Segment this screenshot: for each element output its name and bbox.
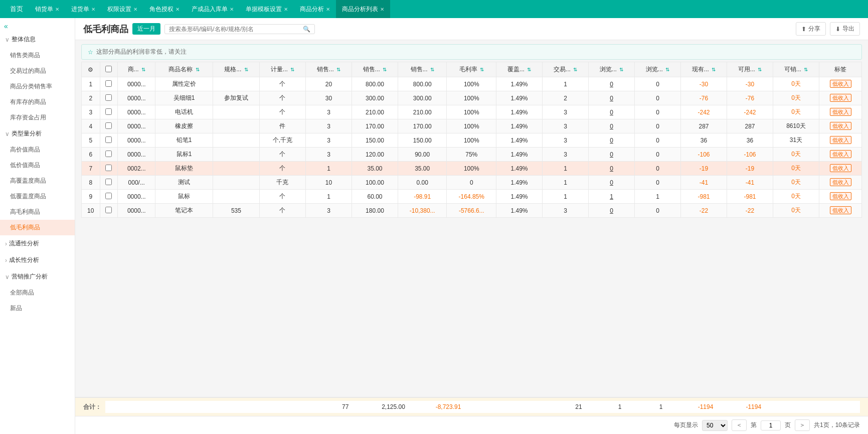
filter-button[interactable]: 近一月 <box>132 23 160 35</box>
row-sellable-days: 0天 <box>773 77 819 91</box>
col-unit[interactable]: 计量... ⇅ <box>259 62 305 77</box>
sidebar-item-high-coverage[interactable]: 高覆盖度商品 <box>0 173 75 189</box>
sidebar-item-low-profit[interactable]: 低毛利商品 <box>0 220 75 235</box>
row-checkbox[interactable] <box>105 136 112 143</box>
col-spec[interactable]: 规格... ⇅ <box>213 62 259 77</box>
close-template-tab[interactable]: ✕ <box>284 7 288 12</box>
row-code: 0000... <box>118 91 155 105</box>
row-available-stock: -22 <box>727 204 773 218</box>
select-all-checkbox[interactable] <box>105 66 112 72</box>
row-name: 鼠标 <box>155 190 213 204</box>
col-coverage[interactable]: 覆盖... ⇅ <box>496 62 543 77</box>
page-size-select[interactable]: 50 100 200 <box>702 420 728 431</box>
row-views1[interactable]: 0 <box>589 105 635 119</box>
row-no: 4 <box>82 119 100 133</box>
nav-analysis-list[interactable]: 商品分析列表 ✕ <box>336 0 390 18</box>
row-views1[interactable]: 0 <box>589 91 635 105</box>
sidebar-item-sales-goods[interactable]: 销售类商品 <box>0 48 75 63</box>
row-checkbox[interactable] <box>105 207 112 213</box>
row-coverage: 1.49% <box>496 176 543 190</box>
nav-role[interactable]: 角色授权 ✕ <box>143 0 186 18</box>
sidebar-group-circulation[interactable]: › 流通性分析 <box>0 235 75 252</box>
nav-permission[interactable]: 权限设置 ✕ <box>101 0 143 18</box>
sidebar-item-low-value[interactable]: 低价值商品 <box>0 158 75 173</box>
sidebar-item-all-goods[interactable]: 全部商品 <box>0 285 75 301</box>
row-sellable-days: 0天 <box>773 91 819 105</box>
row-checkbox[interactable] <box>105 80 112 87</box>
sidebar-group-growth[interactable]: › 成长性分析 <box>0 252 75 268</box>
col-gross-margin[interactable]: 毛利率 ⇅ <box>447 62 496 77</box>
col-settings[interactable]: ⚙ <box>82 62 100 77</box>
close-analysis-list-tab[interactable]: ✕ <box>380 7 384 12</box>
col-views1[interactable]: 浏览... ⇅ <box>589 62 635 77</box>
search-input[interactable] <box>169 26 303 33</box>
row-checkbox[interactable] <box>105 193 112 199</box>
row-views1[interactable]: 0 <box>589 204 635 218</box>
row-views1[interactable]: 0 <box>589 148 635 162</box>
prev-page-button[interactable]: ＜ <box>732 419 747 431</box>
nav-sales[interactable]: 销货单 ✕ <box>29 0 65 18</box>
sidebar-item-high-profit[interactable]: 高毛利商品 <box>0 204 75 220</box>
col-sales-profit[interactable]: 销售... ⇅ <box>398 62 446 77</box>
close-sales-tab[interactable]: ✕ <box>55 7 59 12</box>
sidebar-group-type-analysis[interactable]: ∨ 类型量分析 <box>0 125 75 142</box>
row-no: 6 <box>82 148 100 162</box>
row-views1[interactable]: 0 <box>589 133 635 148</box>
sidebar-item-stocked-goods[interactable]: 有库存的商品 <box>0 94 75 110</box>
row-trade-count: 1 <box>543 162 589 176</box>
sidebar-item-low-coverage[interactable]: 低覆盖度商品 <box>0 189 75 204</box>
search-icon[interactable]: 🔍 <box>303 26 310 33</box>
close-purchase-tab[interactable]: ✕ <box>91 7 95 12</box>
sidebar-item-new-goods[interactable]: 新品 <box>0 301 75 316</box>
col-available-stock[interactable]: 可用... ⇅ <box>727 62 773 77</box>
col-sales-qty[interactable]: 销售... ⇅ <box>305 62 352 77</box>
row-checkbox[interactable] <box>105 151 112 157</box>
col-views2[interactable]: 浏览... ⇅ <box>635 62 681 77</box>
sidebar-item-traded-goods[interactable]: 交易过的商品 <box>0 63 75 79</box>
sidebar-item-stock-funds[interactable]: 库存资金占用 <box>0 110 75 125</box>
sidebar-collapse-button[interactable]: « <box>3 21 9 31</box>
row-checkbox[interactable] <box>105 122 112 129</box>
row-sellable-days: 0天 <box>773 176 819 190</box>
col-checkbox[interactable] <box>100 62 118 77</box>
close-inventory-tab[interactable]: ✕ <box>230 7 234 12</box>
total-sales-profit: -8,723.91 <box>421 401 475 413</box>
col-tag[interactable]: 标签 <box>819 62 862 77</box>
row-checkbox[interactable] <box>105 94 112 101</box>
row-checkbox[interactable] <box>105 108 112 115</box>
col-trade-count[interactable]: 交易... ⇅ <box>543 62 589 77</box>
nav-analysis[interactable]: 商品分析 ✕ <box>294 0 336 18</box>
close-permission-tab[interactable]: ✕ <box>133 7 137 12</box>
sidebar-group-marketing[interactable]: ∨ 营销推广分析 <box>0 268 75 285</box>
sidebar-item-high-value[interactable]: 高价值商品 <box>0 142 75 158</box>
sidebar-group-overall[interactable]: ∨ 整体信息 <box>0 31 75 48</box>
row-views1[interactable]: 0 <box>589 119 635 133</box>
row-sales-profit: 35.00 <box>398 162 446 176</box>
row-views1[interactable]: 0 <box>589 77 635 91</box>
sidebar-item-category-rate[interactable]: 商品分类销售率 <box>0 79 75 94</box>
table-footer: 合计： 77 2,125.00 -8,723.91 21 1 1 <box>75 397 868 416</box>
nav-template[interactable]: 单据模板设置 ✕ <box>240 0 294 18</box>
nav-purchase[interactable]: 进货单 ✕ <box>65 0 101 18</box>
row-views1[interactable]: 1 <box>589 190 635 204</box>
col-name[interactable]: 商品名称 ⇅ <box>155 62 213 77</box>
nav-home[interactable]: 首页 <box>4 0 29 18</box>
col-code[interactable]: 商... ⇅ <box>118 62 155 77</box>
row-views2: 0 <box>635 91 681 105</box>
col-sellable-days[interactable]: 可销... ⇅ <box>773 62 819 77</box>
row-name: 测试 <box>155 176 213 190</box>
page-number-input[interactable] <box>761 420 781 430</box>
export-button[interactable]: ⬇ 导出 <box>830 22 860 36</box>
row-views1[interactable]: 0 <box>589 176 635 190</box>
row-checkbox[interactable] <box>105 165 112 171</box>
share-button[interactable]: ⬆ 分享 <box>796 22 826 36</box>
next-page-button[interactable]: ＞ <box>795 419 810 431</box>
close-role-tab[interactable]: ✕ <box>176 7 180 12</box>
row-sales-amount: 170.00 <box>352 119 398 133</box>
row-checkbox[interactable] <box>105 179 112 185</box>
col-current-stock[interactable]: 现有... ⇅ <box>681 62 727 77</box>
row-views1[interactable]: 0 <box>589 162 635 176</box>
nav-inventory[interactable]: 产成品入库单 ✕ <box>186 0 240 18</box>
close-analysis-tab[interactable]: ✕ <box>326 7 330 12</box>
col-sales-amount[interactable]: 销售... ⇅ <box>352 62 398 77</box>
